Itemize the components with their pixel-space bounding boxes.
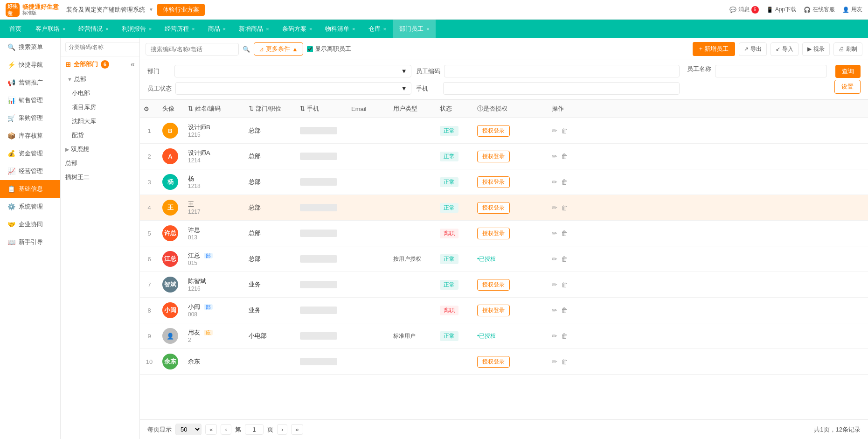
sidebar-item-purchase[interactable]: 🛒 采购管理 (0, 109, 60, 127)
auth-btn[interactable]: 授权登录 (477, 176, 510, 188)
export-btn[interactable]: ↗ 导出 (739, 42, 767, 56)
tab-history[interactable]: 经营历程 × (158, 20, 201, 38)
tab-barcode[interactable]: 条码方案 × (276, 20, 319, 38)
delete-btn[interactable]: 🗑 (561, 204, 568, 211)
edit-btn[interactable]: ✏ (552, 255, 557, 263)
th-name[interactable]: ⇅ 姓名/编码 (184, 100, 245, 118)
close-history-icon[interactable]: × (192, 26, 194, 32)
sidebar-item-business[interactable]: 📈 经营管理 (0, 162, 60, 180)
page-input[interactable] (245, 424, 264, 435)
prev-page-btn[interactable]: ‹ (221, 424, 231, 435)
msg-action[interactable]: 💬 消息 6 (729, 6, 759, 14)
tab-home[interactable]: 首页 (2, 20, 29, 38)
collapse-dept-icon[interactable]: « (131, 60, 135, 69)
th-phone[interactable]: ⇅ 手机 (296, 100, 347, 118)
th-dept[interactable]: ⇅ 部门/职位 (245, 100, 296, 118)
sidebar-item-guide[interactable]: 📖 新手引导 (0, 233, 60, 251)
sidebar-item-system[interactable]: ⚙️ 系统管理 (0, 198, 60, 216)
sidebar-item-basic[interactable]: 📋 基础信息 (0, 180, 60, 198)
auth-btn[interactable]: 授权登录 (477, 305, 510, 316)
td-auth[interactable]: •已授权 (473, 323, 548, 349)
edit-btn[interactable]: ✏ (552, 307, 557, 314)
delete-btn[interactable]: 🗑 (561, 230, 568, 237)
tab-goods[interactable]: 商品 × (201, 20, 232, 38)
show-resigned-label[interactable]: 显示离职员工 (307, 45, 351, 53)
close-employees-icon[interactable]: × (426, 26, 429, 32)
try-btn[interactable]: 体验行业方案 (157, 4, 205, 16)
dept-parent-zongbu[interactable]: 总部 (61, 156, 139, 170)
tab-operations[interactable]: 经营情况 × (72, 20, 115, 38)
view-btn[interactable]: ▶ 视录 (802, 42, 830, 56)
dept-child-xiaodian[interactable]: 小电部 (61, 86, 139, 100)
user-action[interactable]: 👤 用友 (842, 6, 862, 14)
edit-btn[interactable]: ✏ (552, 178, 557, 186)
first-page-btn[interactable]: « (205, 424, 217, 435)
auth-btn[interactable]: 授权登录 (477, 356, 510, 368)
next-page-btn[interactable]: › (277, 424, 287, 435)
close-bom-icon[interactable]: × (352, 26, 355, 32)
filter-phone-input[interactable] (443, 82, 680, 95)
last-page-btn[interactable]: » (291, 424, 303, 435)
td-auth[interactable]: 授权登录 (473, 221, 548, 246)
close-new-goods-icon[interactable]: × (266, 26, 269, 32)
sidebar-item-search[interactable]: 🔍 搜索菜单 (0, 38, 60, 56)
online-support-action[interactable]: 🎧 在线客服 (804, 6, 835, 14)
dept-parent-shuanglv[interactable]: ▶ 双鹿想 (61, 142, 139, 156)
dept-child-shenyang[interactable]: 沈阳大库 (61, 114, 139, 128)
dept-parent-head[interactable]: ▼ 总部 (61, 72, 139, 86)
edit-btn[interactable]: ✏ (552, 230, 557, 237)
close-customer-icon[interactable]: × (62, 26, 65, 32)
edit-btn[interactable]: ✏ (552, 153, 557, 160)
tab-profit[interactable]: 利润报告 × (115, 20, 158, 38)
th-settings[interactable]: ⚙ (140, 100, 159, 118)
tab-warehouse[interactable]: 仓库 × (362, 20, 393, 38)
delete-btn[interactable]: 🗑 (561, 281, 568, 288)
dept-child-project[interactable]: 项目库房 (61, 100, 139, 114)
close-ops-icon[interactable]: × (105, 26, 108, 32)
page-size-select[interactable]: 50 20 100 (175, 424, 201, 435)
search-btn-icon[interactable]: 🔍 (243, 46, 250, 53)
tab-employees[interactable]: 部门员工 × (393, 20, 436, 38)
print-btn[interactable]: 🖨 刷制 (833, 42, 862, 56)
td-auth[interactable]: 授权登录 (473, 144, 548, 169)
sidebar-item-inventory[interactable]: 📦 库存核算 (0, 127, 60, 145)
sidebar-item-enterprise[interactable]: 🤝 企业协同 (0, 216, 60, 233)
td-auth[interactable]: 授权登录 (473, 272, 548, 298)
search-input[interactable] (146, 43, 239, 56)
auth-btn[interactable]: 授权登录 (477, 228, 510, 239)
sidebar-item-finance[interactable]: 💰 资金管理 (0, 145, 60, 162)
td-auth[interactable]: 授权登录 (473, 298, 548, 323)
add-employee-btn[interactable]: + 新增员工 (693, 42, 735, 56)
filter-code-input[interactable] (444, 65, 680, 77)
close-warehouse-icon[interactable]: × (383, 26, 386, 32)
delete-btn[interactable]: 🗑 (561, 178, 568, 186)
tab-customer[interactable]: 客户联络 × (29, 20, 72, 38)
tab-new-goods[interactable]: 新增商品 × (232, 20, 275, 38)
show-resigned-checkbox[interactable] (307, 46, 313, 52)
td-auth[interactable]: 授权登录 (473, 195, 548, 221)
auth-btn[interactable]: 授权登录 (477, 279, 510, 291)
sidebar-item-sales[interactable]: 📊 销售管理 (0, 91, 60, 109)
edit-btn[interactable]: ✏ (552, 127, 557, 134)
dept-child-peihuo[interactable]: 配货 (61, 128, 139, 142)
dept-parent-chashuwang[interactable]: 插树王二 (61, 170, 139, 184)
edit-btn[interactable]: ✏ (552, 204, 557, 211)
td-auth[interactable]: 授权登录 (473, 169, 548, 195)
delete-btn[interactable]: 🗑 (561, 358, 568, 365)
delete-btn[interactable]: 🗑 (561, 307, 568, 314)
filter-status-select[interactable]: ▼ (175, 82, 411, 95)
more-filter-btn[interactable]: ⊿ 更多条件 ▲ (254, 42, 303, 56)
auth-btn[interactable]: 授权登录 (477, 125, 510, 137)
delete-btn[interactable]: 🗑 (561, 127, 568, 134)
close-goods-icon[interactable]: × (223, 26, 226, 32)
delete-btn[interactable]: 🗑 (561, 255, 568, 263)
tab-bom[interactable]: 物料清单 × (319, 20, 361, 38)
close-barcode-icon[interactable]: × (309, 26, 312, 32)
dept-search-input[interactable] (65, 42, 140, 52)
query-btn[interactable]: 查询 (835, 65, 861, 78)
sidebar-item-marketing[interactable]: 📢 营销推广 (0, 74, 60, 91)
filter-name-input[interactable] (715, 65, 827, 77)
delete-btn[interactable]: 🗑 (561, 153, 568, 160)
close-profit-icon[interactable]: × (149, 26, 152, 32)
td-auth[interactable]: •已授权 (473, 246, 548, 272)
